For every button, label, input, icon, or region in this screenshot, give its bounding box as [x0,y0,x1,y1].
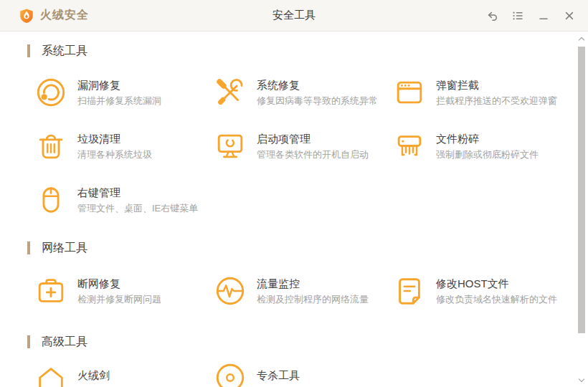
section-advanced-tools: 高级工具 火绒剑 [27,335,588,387]
file-shredder-icon [393,130,426,163]
section-header: 网络工具 [27,241,588,255]
tool-system-repair[interactable]: 系统修复 修复因病毒等导致的系统异常 [214,75,393,110]
tool-desc: 检测并修复断网问题 [77,295,161,304]
tool-context-menu-manager[interactable]: 右键管理 管理文件、桌面、IE右键菜单 [34,183,214,217]
vulnerability-fix-icon [34,76,67,109]
tool-special-kill[interactable]: 专杀工具 [214,360,393,387]
popup-block-icon [393,76,426,109]
scrollbar-thumb[interactable] [578,47,585,333]
startup-manager-icon [214,130,247,163]
tool-huorong-sword[interactable]: 火绒剑 [34,360,214,387]
tool-name: 漏洞修复 [77,80,161,90]
tool-name: 流量监控 [257,278,369,289]
tool-name: 修改HOST文件 [436,278,557,289]
brand: 火绒安全 [0,8,89,24]
network-repair-icon [34,274,67,307]
traffic-monitor-icon [214,274,247,307]
section-bar [27,44,30,57]
tool-name: 断网修复 [77,278,161,289]
tool-name: 弹窗拦截 [436,80,557,90]
menu-button[interactable] [508,6,528,26]
tool-name: 系统修复 [257,80,378,90]
tool-grid: 火绒剑 专杀工具 [34,360,588,387]
tool-junk-clean[interactable]: 垃圾清理 清理各种系统垃圾 [34,129,214,163]
tool-startup-manager[interactable]: 启动项管理 管理各类软件的开机自启动 [214,129,393,163]
titlebar: 火绒安全 安全工具 [0,0,588,32]
tool-file-shredder[interactable]: 文件粉碎 强制删除或彻底粉碎文件 [393,129,572,163]
section-bar [27,242,30,254]
tool-desc: 修改负责域名快速解析的文件 [436,295,557,304]
brand-title: 火绒安全 [40,8,89,23]
tool-desc: 管理文件、桌面、IE右键菜单 [77,204,198,213]
tool-name: 文件粉碎 [436,133,539,144]
scroll-down-icon[interactable] [579,376,584,382]
tool-name: 垃圾清理 [77,133,152,144]
tool-name: 启动项管理 [257,133,369,144]
tool-traffic-monitor[interactable]: 流量监控 检测及控制程序的网络流量 [214,274,393,308]
tool-desc: 扫描并修复系统漏洞 [77,96,161,105]
section-title: 网络工具 [42,241,87,256]
tool-desc: 检测及控制程序的网络流量 [257,295,369,304]
tool-name: 右键管理 [77,187,198,198]
back-button[interactable] [482,6,502,26]
minimize-icon [537,9,550,22]
tool-desc: 拦截程序推送的不受欢迎弹窗 [436,96,557,105]
context-menu-icon [34,183,67,216]
section-system-tools: 系统工具 漏洞修复 扫描并修复系统漏洞 [27,44,588,217]
minimize-button[interactable] [534,6,554,26]
tool-desc: 管理各类软件的开机自启动 [257,150,369,159]
tool-vulnerability-fix[interactable]: 漏洞修复 扫描并修复系统漏洞 [34,75,214,110]
tool-desc: 清理各种系统垃圾 [77,150,152,159]
tool-desc: 强制删除或彻底粉碎文件 [436,150,539,159]
close-button[interactable] [559,6,579,26]
scroll-up-icon[interactable] [579,37,584,43]
tool-grid: 断网修复 检测并修复断网问题 流量监控 检测及控制程序的网络流量 [34,274,588,308]
tool-desc: 修复因病毒等导致的系统异常 [257,96,378,105]
section-title: 高级工具 [42,335,87,350]
section-header: 系统工具 [27,44,588,58]
junk-clean-icon [34,130,67,163]
tool-network-repair[interactable]: 断网修复 检测并修复断网问题 [34,274,214,308]
app-window: 火绒安全 安全工具 [0,0,588,387]
scrollbar[interactable] [578,32,586,387]
section-title: 系统工具 [42,44,87,59]
host-file-icon [393,274,426,307]
tool-name: 火绒剑 [77,370,110,381]
back-arrow-icon [485,9,498,22]
tools-page: 系统工具 漏洞修复 扫描并修复系统漏洞 [0,32,588,387]
section-header: 高级工具 [27,335,588,349]
system-repair-icon [214,76,247,109]
special-kill-icon [214,361,247,387]
list-menu-icon [511,9,524,22]
tool-popup-block[interactable]: 弹窗拦截 拦截程序推送的不受欢迎弹窗 [393,75,572,110]
section-network-tools: 网络工具 断网修复 检测并修复断网问题 [27,241,588,308]
section-bar [27,335,30,348]
huorong-logo-icon [19,8,34,24]
window-controls [482,6,588,26]
sword-shield-icon [34,361,67,387]
tool-name: 专杀工具 [257,370,300,381]
tool-host-file[interactable]: 修改HOST文件 修改负责域名快速解析的文件 [393,274,572,308]
tool-grid: 漏洞修复 扫描并修复系统漏洞 [34,75,588,217]
close-icon [563,9,576,22]
